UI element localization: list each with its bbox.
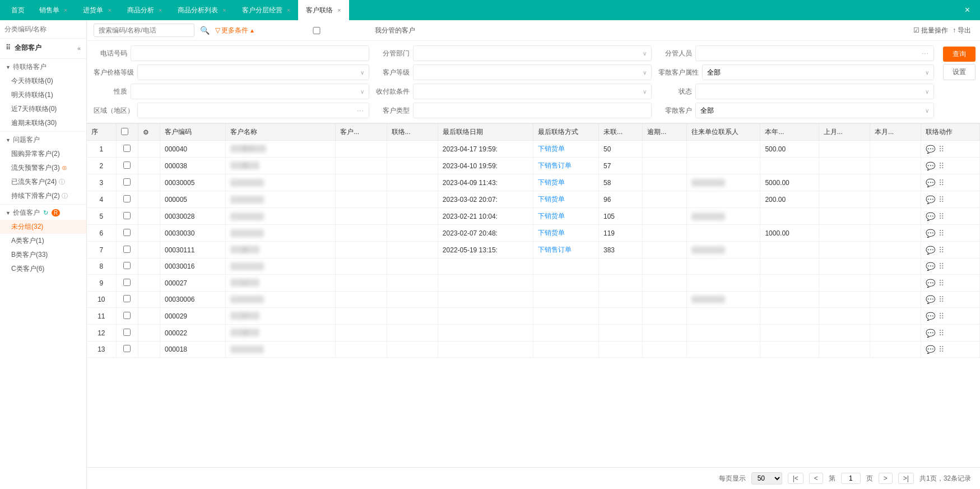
last-type-link[interactable]: 下销售订单 — [538, 162, 572, 169]
row-checkbox[interactable] — [123, 279, 131, 286]
refresh-icon[interactable]: ↻ — [43, 209, 48, 216]
grid-action-icon[interactable]: ⠿ — [939, 229, 944, 238]
customer-type-select[interactable] — [413, 103, 652, 118]
nav-product-analysis-list-close[interactable]: × — [222, 0, 226, 20]
sidebar-item-tomorrow[interactable]: 明天待联络(1) — [0, 88, 86, 102]
next-page-button[interactable]: > — [879, 473, 893, 484]
reset-button[interactable]: 设置 — [943, 64, 976, 80]
first-page-button[interactable]: |< — [788, 473, 803, 484]
search-button[interactable]: 🔍 — [200, 26, 210, 35]
select-all-checkbox[interactable] — [121, 128, 128, 135]
nav-purchase[interactable]: 进货单 × — [75, 0, 119, 20]
nav-home[interactable]: 首页 — [4, 0, 31, 20]
message-icon[interactable]: 💬 — [926, 279, 935, 288]
last-page-button[interactable]: >| — [898, 473, 914, 484]
row-checkbox[interactable] — [123, 329, 131, 336]
message-icon[interactable]: 💬 — [926, 162, 935, 170]
row-checkbox[interactable] — [123, 162, 131, 169]
my-customers-checkbox[interactable]: 我分管的客户 — [261, 26, 415, 35]
more-conditions-button[interactable]: ▽ 更多条件 ▲ — [215, 26, 255, 35]
sidebar-item-lost[interactable]: 已流失客户(24) ⓘ — [0, 175, 86, 189]
nav-product-analysis-close[interactable]: × — [159, 0, 162, 20]
grid-action-icon[interactable]: ⠿ — [939, 312, 944, 321]
row-checkbox[interactable] — [123, 229, 131, 236]
grid-action-icon[interactable]: ⠿ — [939, 262, 944, 271]
last-type-link[interactable]: 下销货单 — [538, 195, 565, 203]
nav-customer-segment-close[interactable]: × — [287, 0, 290, 20]
sidebar-item-abnormal[interactable]: 囤购异常客户(2) — [0, 147, 86, 161]
message-icon[interactable]: 💬 — [926, 295, 935, 304]
sidebar-item-a[interactable]: A类客户(1) — [0, 234, 86, 248]
per-page-select[interactable]: 50 20 100 — [751, 472, 782, 485]
grid-action-icon[interactable]: ⠿ — [939, 329, 944, 338]
grid-action-icon[interactable]: ⠿ — [939, 162, 944, 170]
settings-icon[interactable]: ⚙ — [143, 128, 149, 136]
export-button[interactable]: ↑ 导出 — [953, 26, 971, 35]
payment-select[interactable]: ∨ — [413, 84, 652, 99]
sidebar-all-customers[interactable]: ⠿ 全部客户 « — [0, 39, 86, 57]
grid-action-icon[interactable]: ⠿ — [939, 195, 944, 204]
message-icon[interactable]: 💬 — [926, 195, 935, 204]
message-icon[interactable]: 💬 — [926, 145, 935, 154]
nav-customer-contact-close[interactable]: × — [337, 0, 341, 20]
row-checkbox[interactable] — [123, 195, 131, 202]
grid-action-icon[interactable]: ⠿ — [939, 212, 944, 221]
nav-sales[interactable]: 销售单 × — [31, 0, 75, 20]
last-type-link[interactable]: 下销货单 — [538, 229, 565, 237]
nav-customer-contact[interactable]: 客户联络 × — [298, 0, 349, 20]
sidebar-item-b[interactable]: B类客户(33) — [0, 248, 86, 262]
nav-product-analysis[interactable]: 商品分析 × — [119, 0, 170, 20]
last-type-link[interactable]: 下销售订单 — [538, 246, 572, 253]
batch-op-button[interactable]: ☑ 批量操作 — [913, 26, 948, 35]
row-checkbox[interactable] — [123, 262, 131, 269]
row-checkbox[interactable] — [123, 178, 131, 186]
sidebar-item-declining[interactable]: 持续下滑客户(2) ⓘ — [0, 189, 86, 203]
nav-customer-segment[interactable]: 客户分层经营 × — [234, 0, 298, 20]
sidebar-item-7days[interactable]: 近7天待联络(0) — [0, 102, 86, 116]
sidebar-item-today[interactable]: 今天待联络(0) — [0, 74, 86, 88]
message-icon[interactable]: 💬 — [926, 178, 935, 187]
sidebar-search-input[interactable] — [4, 25, 87, 33]
customer-level-select[interactable]: ∨ — [413, 64, 652, 80]
sidebar-item-ungroup[interactable]: 未分组(32) — [0, 220, 86, 234]
grid-action-icon[interactable]: ⠿ — [939, 345, 944, 354]
last-type-link[interactable]: 下销货单 — [538, 145, 565, 153]
status-select[interactable]: ∨ — [695, 84, 934, 99]
sidebar-group-value[interactable]: ▼ 价值客户 ↻ R — [0, 206, 86, 220]
grid-action-icon[interactable]: ⠿ — [939, 279, 944, 288]
nav-sales-close[interactable]: × — [64, 0, 67, 20]
nature-select[interactable]: ∨ — [131, 84, 369, 99]
nav-product-analysis-list[interactable]: 商品分析列表 × — [170, 0, 234, 20]
sidebar-item-overdue[interactable]: 逾期未联络(30) — [0, 116, 86, 130]
col-header-settings[interactable]: ⚙ — [138, 124, 160, 141]
row-checkbox[interactable] — [123, 295, 131, 302]
price-level-select[interactable]: ∨ — [137, 64, 369, 80]
query-button[interactable]: 查询 — [943, 47, 976, 62]
message-icon[interactable]: 💬 — [926, 345, 935, 354]
retail-customer-select[interactable]: 全部 ∨ — [695, 103, 934, 118]
grid-action-icon[interactable]: ⠿ — [939, 178, 944, 187]
sidebar-item-loss-warning[interactable]: 流失预警客户(3) ⊙ — [0, 161, 86, 175]
row-checkbox[interactable] — [123, 246, 131, 253]
grid-action-icon[interactable]: ⠿ — [939, 145, 944, 154]
message-icon[interactable]: 💬 — [926, 312, 935, 321]
last-type-link[interactable]: 下销货单 — [538, 212, 565, 220]
sidebar-group-pending[interactable]: ▼ 待联络客户 — [0, 60, 86, 74]
my-customers-check[interactable] — [261, 27, 373, 34]
department-select[interactable]: ∨ — [413, 45, 652, 61]
message-icon[interactable]: 💬 — [926, 262, 935, 271]
grid-action-icon[interactable]: ⠿ — [939, 295, 944, 304]
message-icon[interactable]: 💬 — [926, 212, 935, 221]
grid-action-icon[interactable]: ⠿ — [939, 246, 944, 255]
prev-page-button[interactable]: < — [809, 473, 823, 484]
close-all-button[interactable]: × — [959, 5, 976, 15]
message-icon[interactable]: 💬 — [926, 329, 935, 338]
row-checkbox[interactable] — [123, 212, 131, 219]
row-checkbox[interactable] — [123, 312, 131, 319]
phone-input[interactable] — [131, 45, 369, 61]
search-input[interactable] — [94, 24, 194, 37]
message-icon[interactable]: 💬 — [926, 229, 935, 238]
sidebar-group-problem[interactable]: ▼ 问题客户 — [0, 133, 86, 147]
person-select[interactable]: ··· — [695, 45, 934, 61]
retail-attr-select[interactable]: 全部 ∨ — [702, 64, 934, 80]
